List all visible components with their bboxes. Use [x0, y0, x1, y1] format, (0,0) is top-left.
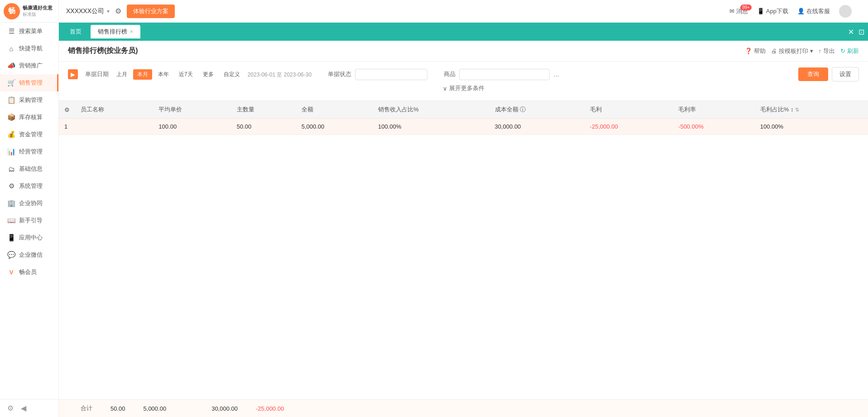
more-options-icon[interactable]: ...: [553, 70, 559, 78]
date-tab-last-month[interactable]: 上月: [112, 69, 131, 80]
sidebar-label: 系统管理: [19, 182, 43, 190]
sidebar-item-basics[interactable]: 🗂 基础信息: [0, 160, 58, 177]
message-icon: ✉: [729, 8, 734, 14]
date-tab-custom[interactable]: 自定义: [220, 69, 244, 80]
table-header-row: ⚙ 员工名称 平均单价 主数量 全额 销售收入占比% 成本全额 ⓘ 毛利 毛利率…: [59, 101, 868, 119]
refresh-button[interactable]: ↻ 刷新: [840, 47, 859, 55]
cell-gross: -25,000.00: [585, 119, 673, 135]
window-buttons: ✕ ⊡: [848, 28, 864, 36]
trial-button[interactable]: 体验行业方案: [127, 5, 175, 18]
wechat-icon: 💬: [7, 251, 15, 259]
help-label: 帮助: [754, 47, 766, 55]
collapse-icon[interactable]: ◀: [21, 404, 26, 412]
sidebar-label: 库存核算: [19, 113, 43, 121]
sort-icon[interactable]: ⇅: [795, 107, 799, 112]
inventory-icon: 📦: [7, 113, 15, 121]
status-select[interactable]: [355, 69, 427, 80]
sidebar-item-purchase[interactable]: 📋 采购管理: [0, 91, 58, 109]
expand-row[interactable]: ∨ 展开更多条件: [68, 81, 859, 95]
date-tab-7days[interactable]: 近7天: [175, 69, 197, 80]
col-gross-pct: 毛利占比% ↕ ⇅: [755, 101, 868, 119]
tab-sales-ranking[interactable]: 销售排行榜 ×: [91, 25, 140, 38]
sidebar-item-vip[interactable]: V 畅会员: [0, 264, 58, 281]
company-selector[interactable]: XXXXXX公司 ▾: [66, 7, 110, 15]
date-tab-this-month[interactable]: 本月: [133, 69, 152, 80]
sidebar-item-quick-nav[interactable]: ⌂ 快捷导航: [0, 40, 58, 57]
cell-gross-pct: 100.00%: [755, 119, 868, 135]
filter-row-1: ▶ 单据日期 上月 本月 本年 近7天 更多 自定义 2023-06-01 至 …: [68, 67, 859, 81]
sidebar-label: 营销推广: [19, 62, 43, 70]
sidebar-item-inventory[interactable]: 📦 库存核算: [0, 109, 58, 126]
topbar-gear-icon[interactable]: ⚙: [115, 7, 121, 15]
data-table: ⚙ 员工名称 平均单价 主数量 全额 销售收入占比% 成本全额 ⓘ 毛利 毛利率…: [59, 101, 868, 135]
chevron-down-icon: ▾: [107, 8, 110, 14]
help-button[interactable]: ❓ 帮助: [745, 47, 766, 55]
sidebar-item-marketing[interactable]: 📣 营销推广: [0, 57, 58, 74]
sidebar-item-system[interactable]: ⚙ 系统管理: [0, 177, 58, 195]
help-icon: ❓: [745, 48, 752, 54]
cell-sales-pct: 100.00%: [373, 119, 489, 135]
message-badge: 99+: [740, 5, 752, 10]
close-window-icon[interactable]: ✕: [848, 28, 854, 36]
basics-icon: 🗂: [7, 165, 15, 173]
sidebar-label: 采购管理: [19, 96, 43, 104]
logo-text: 畅康通好生意 标准版: [23, 5, 53, 18]
cell-cost-amount: 30,000.00: [489, 119, 585, 135]
page-header: 销售排行榜(按业务员) ❓ 帮助 🖨 按模板打印 ▾ ↑ 导出 ↻ 刷新: [59, 41, 868, 62]
sidebar-item-appstore[interactable]: 📱 应用中心: [0, 229, 58, 246]
col-gross: 毛利: [585, 101, 673, 119]
sidebar-item-enterprise[interactable]: 🏢 企业协同: [0, 195, 58, 212]
page-actions: ❓ 帮助 🖨 按模板打印 ▾ ↑ 导出 ↻ 刷新: [745, 47, 859, 55]
export-label: 导出: [823, 47, 835, 55]
sidebar-label: 销售管理: [19, 79, 43, 87]
date-tab-more[interactable]: 更多: [199, 69, 218, 80]
settings-button[interactable]: 设置: [832, 67, 859, 81]
date-tab-this-year[interactable]: 本年: [154, 69, 173, 80]
date-tabs: 上月 本月 本年 近7天 更多 自定义: [112, 69, 244, 80]
tab-close-icon[interactable]: ×: [130, 29, 133, 35]
vip-icon: V: [7, 269, 15, 276]
sidebar-label: 资金管理: [19, 130, 43, 139]
chevron-right-icon: ▶: [71, 71, 75, 78]
sidebar-label: 企业协同: [19, 199, 43, 207]
sidebar-label: 应用中心: [19, 234, 43, 242]
template-print-label: 按模板打印: [779, 47, 808, 55]
sidebar-item-search-orders[interactable]: ☰ 搜索菜单: [0, 23, 58, 40]
tab-home[interactable]: 首页: [62, 25, 89, 38]
sidebar-item-finance[interactable]: 💰 资金管理: [0, 126, 58, 143]
home-icon: ⌂: [7, 45, 15, 53]
col-cost-amount: 成本全额 ⓘ: [489, 101, 585, 119]
sidebar-label: 企业微信: [19, 251, 43, 259]
date-range-display: 2023-06-01 至 2023-06-30: [248, 71, 312, 79]
sidebar-item-wechat[interactable]: 💬 企业微信: [0, 246, 58, 264]
appstore-icon: 📱: [7, 234, 15, 242]
sidebar: 畅 畅康通好生意 标准版 ☰ 搜索菜单 ⌂ 快捷导航 📣 营销推广 🛒 销售管理…: [0, 0, 59, 417]
enterprise-icon: 🏢: [7, 199, 15, 207]
col-setting[interactable]: ⚙: [59, 101, 75, 119]
message-button[interactable]: ✉ 消息 99+: [729, 7, 748, 15]
app-icon: 📱: [757, 8, 764, 14]
export-icon: ↑: [819, 48, 822, 54]
export-button[interactable]: ↑ 导出: [819, 47, 835, 55]
sidebar-item-operations[interactable]: 📊 经营管理: [0, 143, 58, 160]
expand-label: 展开更多条件: [449, 84, 484, 92]
sidebar-item-guide[interactable]: 📖 新手引导: [0, 212, 58, 229]
online-service-button[interactable]: 👤 在线客服: [797, 7, 830, 15]
service-icon: 👤: [797, 8, 805, 14]
maximize-window-icon[interactable]: ⊡: [858, 28, 864, 36]
template-print-button[interactable]: 🖨 按模板打印 ▾: [771, 47, 813, 55]
filter-collapse-btn[interactable]: ▶: [68, 69, 78, 79]
logo-icon: 畅: [4, 3, 20, 19]
menu-icon: ☰: [7, 27, 15, 35]
filter-date: 单据日期 上月 本月 本年 近7天 更多 自定义 2023-06-01 至 20…: [85, 69, 312, 80]
filter-goods: 商品 ...: [444, 69, 559, 80]
system-icon: ⚙: [7, 182, 15, 190]
sidebar-item-sales[interactable]: 🛒 销售管理: [0, 74, 58, 91]
print-icon: 🖨: [771, 48, 777, 54]
app-download-button[interactable]: 📱 App下载: [757, 7, 788, 15]
query-button[interactable]: 查询: [798, 67, 828, 81]
goods-input[interactable]: [459, 69, 550, 80]
sidebar-label: 快捷导航: [19, 44, 43, 53]
avatar[interactable]: [839, 5, 852, 18]
settings-icon[interactable]: ⚙: [7, 404, 14, 412]
